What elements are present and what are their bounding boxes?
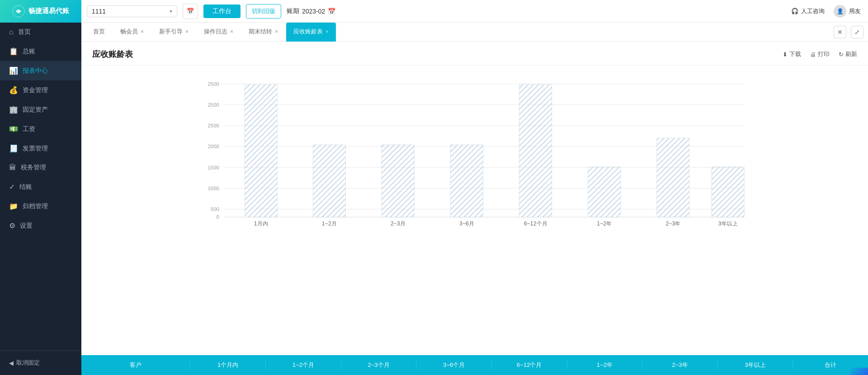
print-button[interactable]: 🖨 打印	[810, 50, 830, 58]
sidebar-item-label-settings: 设置	[20, 222, 33, 230]
cancel-fixed-icon: ◀	[9, 360, 14, 366]
sidebar-item-home[interactable]: ⌂首页	[0, 23, 81, 42]
th-2-3year: 2~3年	[642, 361, 718, 369]
tab-home[interactable]: 首页	[86, 23, 112, 42]
funds-icon: 💰	[9, 86, 18, 94]
svg-text:2500: 2500	[208, 102, 219, 108]
sidebar-item-reports[interactable]: 📊报表中心	[0, 61, 81, 80]
th-1-2year: 1~2年	[567, 361, 643, 369]
user-name: 用友	[849, 7, 861, 15]
calendar-button[interactable]: 📅	[183, 4, 198, 19]
sidebar-item-invoice[interactable]: 🧾发票管理	[0, 139, 81, 158]
sidebar-scroll: ⌂首页📋总账📊报表中心💰资金管理🏢固定资产💵工资🧾发票管理🏛税务管理✓结账📁归档…	[0, 23, 81, 350]
th-customer: 客户	[81, 361, 190, 369]
top-header: 畅捷通易代账 1111 ▾ 📅 工作台 切到旧版 账期 2023-02 📅 🎧 …	[0, 0, 868, 23]
tab-expand-button[interactable]: ⤢	[851, 26, 863, 38]
sidebar: ⌂首页📋总账📊报表中心💰资金管理🏢固定资产💵工资🧾发票管理🏛税务管理✓结账📁归档…	[0, 23, 81, 375]
tab-guide-label: 新手引导	[159, 28, 183, 36]
sidebar-item-label-assets: 固定资产	[23, 106, 48, 114]
tab-oplog[interactable]: 操作日志 ×	[197, 23, 241, 42]
tab-period-end-close[interactable]: ×	[275, 29, 278, 34]
page-title: 应收账龄表	[92, 49, 133, 60]
reports-icon: 📊	[9, 66, 18, 75]
consult-button[interactable]: 🎧 人工咨询	[791, 7, 825, 15]
svg-text:3年以上: 3年以上	[718, 220, 738, 227]
sidebar-item-settings[interactable]: ⚙设置	[0, 216, 81, 235]
svg-text:500: 500	[211, 206, 219, 212]
th-1month: 1个月内	[190, 361, 266, 369]
svg-text:2000: 2000	[208, 144, 219, 149]
sidebar-item-label-ledger: 总账	[23, 47, 35, 56]
svg-text:1~2月: 1~2月	[322, 220, 337, 227]
svg-text:2~3月: 2~3月	[391, 220, 406, 227]
sidebar-item-label-funds: 资金管理	[23, 86, 48, 94]
tab-aging-close[interactable]: ×	[326, 29, 329, 34]
sidebar-item-tax[interactable]: 🏛税务管理	[0, 158, 81, 177]
user-area[interactable]: 👤 用友	[834, 5, 861, 18]
bar-2-3月	[382, 145, 414, 217]
period-calendar-icon[interactable]: 📅	[328, 8, 335, 15]
tab-guide-close[interactable]: ×	[185, 29, 189, 34]
sidebar-item-label-tax: 税务管理	[21, 164, 46, 172]
period-area: 账期 2023-02 📅	[287, 7, 335, 15]
tab-member-close[interactable]: ×	[141, 29, 144, 34]
svg-text:1月内: 1月内	[254, 220, 268, 227]
tab-period-end-label: 期末结转	[249, 28, 272, 36]
bar-3-6月	[451, 145, 483, 217]
th-1-2month: 1~2个月	[266, 361, 341, 369]
tab-oplog-close[interactable]: ×	[230, 29, 233, 34]
sidebar-item-funds[interactable]: 💰资金管理	[0, 80, 81, 100]
refresh-label: 刷新	[845, 50, 857, 58]
bar-1-2月	[313, 145, 345, 217]
tab-oplog-label: 操作日志	[204, 28, 227, 36]
download-label: 下载	[789, 50, 801, 58]
workbench-button[interactable]: 工作台	[203, 5, 241, 18]
sidebar-item-label-archive: 归档管理	[23, 202, 48, 211]
sidebar-item-assets[interactable]: 🏢固定资产	[0, 100, 81, 119]
content-area: 首页 畅会员 × 新手引导 × 操作日志 × 期末结转 × 应收账龄表 ×	[81, 23, 868, 375]
sidebar-item-label-salary: 工资	[23, 125, 35, 133]
cancel-fixed-button[interactable]: ◀ 取消固定	[0, 355, 81, 370]
download-button[interactable]: ⬇ 下载	[783, 50, 801, 58]
chevron-down-icon: ▾	[170, 8, 172, 14]
logo: 畅捷通易代账	[0, 0, 81, 23]
th-3-6month: 3~6个月	[416, 361, 492, 369]
svg-text:3~6月: 3~6月	[459, 220, 474, 227]
tab-close-all-button[interactable]: ✕	[834, 26, 846, 38]
sidebar-item-salary[interactable]: 💵工资	[0, 119, 81, 139]
assets-icon: 🏢	[9, 105, 18, 114]
download-icon: ⬇	[783, 51, 788, 58]
bar-1-2年	[588, 167, 621, 217]
refresh-button[interactable]: ↻ 刷新	[839, 50, 857, 58]
bar-6-12月	[519, 85, 552, 217]
print-label: 打印	[818, 50, 830, 58]
calendar-icon: 📅	[187, 8, 194, 14]
tab-guide[interactable]: 新手引导 ×	[152, 23, 196, 42]
refresh-icon: ↻	[839, 51, 844, 58]
ai-badge[interactable]	[850, 368, 868, 375]
sidebar-item-checkout[interactable]: ✓结账	[0, 177, 81, 197]
avatar: 👤	[834, 5, 846, 18]
logo-text: 畅捷通易代账	[28, 7, 69, 15]
tab-aging[interactable]: 应收账龄表 ×	[286, 23, 336, 42]
svg-text:6~12个月: 6~12个月	[524, 220, 547, 227]
sidebar-item-label-home: 首页	[18, 28, 31, 36]
tab-period-end[interactable]: 期末结转 ×	[241, 23, 285, 42]
sidebar-item-label-checkout: 结账	[19, 183, 32, 191]
archive-icon: 📁	[9, 202, 18, 211]
svg-text:1~2年: 1~2年	[597, 220, 612, 227]
table-header: 客户 1个月内 1~2个月 2~3个月 3~6个月 6~12个月 1~2年 2~…	[81, 355, 868, 375]
th-6-12month: 6~12个月	[492, 361, 567, 369]
tab-member[interactable]: 畅会员 ×	[113, 23, 151, 42]
sidebar-item-ledger[interactable]: 📋总账	[0, 42, 81, 61]
logo-icon	[12, 5, 25, 18]
switch-old-button[interactable]: 切到旧版	[246, 4, 281, 19]
company-selector[interactable]: 1111 ▾	[87, 5, 177, 17]
sidebar-bottom: ◀ 取消固定	[0, 350, 81, 375]
header-right: 🎧 人工咨询 👤 用友	[791, 5, 861, 18]
page-header: 应收账龄表 ⬇ 下载 🖨 打印 ↻ 刷新	[81, 42, 868, 66]
chart-svg: 2500 2500 2500 2000 1500 1000 500 0	[92, 75, 857, 242]
sidebar-item-archive[interactable]: 📁归档管理	[0, 197, 81, 216]
home-icon: ⌂	[9, 28, 14, 36]
tab-bar: 首页 畅会员 × 新手引导 × 操作日志 × 期末结转 × 应收账龄表 ×	[81, 23, 868, 42]
